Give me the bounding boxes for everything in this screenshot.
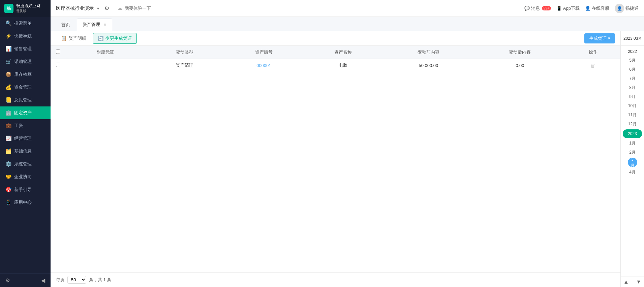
logo-icon: 畅	[4, 4, 13, 13]
sidebar-item-system[interactable]: ⚙️ 系统管理	[0, 158, 51, 170]
month-2022-11[interactable]: 11月	[621, 110, 644, 120]
tab-asset-manage[interactable]: 资产管理 ✕	[77, 19, 112, 31]
sidebar-item-inventory[interactable]: 📦 库存核算	[0, 68, 51, 81]
header-gear-icon[interactable]: ⚙	[104, 5, 109, 11]
row-checkbox-cell	[51, 59, 66, 72]
gear-icon: ⚙️	[5, 161, 11, 167]
period-next-icon[interactable]: ▼	[636, 279, 641, 285]
row-change-type: 资产清理	[145, 59, 224, 72]
experience-section: ☁ 我要体验一下	[117, 5, 151, 11]
row-checkbox[interactable]	[56, 63, 60, 67]
building-icon: 🏢	[5, 110, 11, 116]
col-asset-name: 资产名称	[303, 46, 382, 59]
year-2022: 2022	[621, 47, 644, 56]
sidebar-bottom: ⚙ ◀	[0, 274, 51, 287]
period-header: 2023.03 ✕ ⤢	[621, 31, 644, 46]
month-2022-6[interactable]: 6月	[621, 65, 644, 74]
experience-text: 我要体验一下	[125, 5, 151, 11]
row-before-change: 50,000.00	[383, 59, 474, 72]
sidebar-item-quick-nav[interactable]: ⚡ 快捷导航	[0, 30, 51, 42]
company-dropdown-icon[interactable]: ▾	[97, 6, 99, 11]
message-item[interactable]: 💬 消息 99+	[524, 5, 551, 11]
month-2023-1[interactable]: 1月	[621, 139, 644, 148]
period-close-icon[interactable]: ✕	[638, 36, 642, 41]
tab-bar: 首页 资产管理 ✕	[51, 17, 644, 31]
header-right: 💬 消息 99+ 📱 App下载 👤 在线客服 👤 畅捷通	[524, 4, 639, 13]
tab-close-icon[interactable]: ✕	[103, 23, 106, 27]
month-2023-3-current[interactable]: 3月	[628, 158, 637, 167]
dropdown-arrow-icon: ▾	[608, 36, 610, 41]
sidebar-logo: 畅 畅捷通好业财 普及版	[0, 0, 51, 17]
month-2022-7[interactable]: 7月	[621, 74, 644, 83]
sub-tab-bar: 📋 资产明细 🔄 变更生成凭证 生成凭证 ▾	[51, 31, 620, 46]
sidebar-item-sales[interactable]: 📊 销售管理	[0, 42, 51, 55]
data-table: 对应凭证 变动类型 资产编号 资产名称 变动前内容 变动后内容 操作	[51, 46, 620, 72]
col-asset-code: 资产编号	[224, 46, 303, 59]
row-operation-cell: 🗑	[566, 59, 620, 72]
sidebar-item-guide[interactable]: 🎯 新手引导	[0, 183, 51, 196]
logo-text: 畅捷通好业财 普及版	[16, 3, 40, 13]
month-2022-10[interactable]: 10月	[621, 101, 644, 110]
sidebar-item-ledger[interactable]: 📒 总账管理	[0, 94, 51, 106]
chart-icon: 📊	[5, 46, 11, 52]
sidebar-item-fixed-assets[interactable]: 🏢 固定资产	[0, 106, 51, 119]
main-area: 医疗器械行业演示 ▾ ⚙ ☁ 我要体验一下 💬 消息 99+ 📱 App下载 👤…	[51, 0, 644, 287]
money-icon: 💰	[5, 84, 11, 90]
month-2023-2[interactable]: 2月	[621, 148, 644, 157]
message-icon: 💬	[524, 6, 530, 11]
table-header-row: 对应凭证 变动类型 资产编号 资产名称 变动前内容 变动后内容 操作	[51, 46, 620, 59]
briefcase-icon: 💼	[5, 123, 11, 129]
collapse-icon[interactable]: ◀	[41, 277, 45, 284]
period-prev-icon[interactable]: ▲	[623, 279, 629, 285]
mobile-icon: 📱	[5, 199, 11, 205]
month-2022-8[interactable]: 8月	[621, 83, 644, 92]
month-2022-12[interactable]: 12月	[621, 120, 644, 129]
select-all-checkbox[interactable]	[56, 50, 60, 54]
lightning-icon: ⚡	[5, 33, 11, 39]
col-change-type: 变动类型	[145, 46, 224, 59]
sidebar-item-app-center[interactable]: 📱 应用中心	[0, 196, 51, 209]
cloud-icon: ☁	[117, 5, 123, 11]
table-row: -- 资产清理 000001 电脑 50,000.00 0.00 🗑	[51, 59, 620, 72]
tab-home[interactable]: 首页	[56, 19, 75, 31]
sidebar-item-salary[interactable]: 💼 工资	[0, 119, 51, 132]
trending-icon: 📈	[5, 135, 11, 141]
per-page-select[interactable]: 10 20 50 100	[67, 276, 86, 284]
user-profile-item[interactable]: 👤 畅捷通	[615, 4, 639, 13]
year-2023: 2023	[623, 129, 642, 138]
avatar: 👤	[615, 4, 624, 13]
folder-icon: 🗂️	[5, 148, 11, 154]
row-asset-name: 电脑	[303, 59, 382, 72]
month-2022-5[interactable]: 5月	[621, 56, 644, 65]
target-icon: 🎯	[5, 187, 11, 193]
col-before-change: 变动前内容	[383, 46, 474, 59]
search-icon: 🔍	[5, 20, 11, 26]
total-count: 条，共 1 条	[89, 277, 111, 283]
delete-icon[interactable]: 🗑	[590, 63, 595, 68]
sub-tab-asset-detail[interactable]: 📋 资产明细	[56, 33, 91, 44]
sidebar-item-purchase[interactable]: 🛒 采购管理	[0, 55, 51, 68]
table-area: 对应凭证 变动类型 资产编号 资产名称 变动前内容 变动后内容 操作	[51, 46, 620, 272]
generate-voucher-button[interactable]: 生成凭证 ▾	[584, 33, 615, 43]
service-icon: 👤	[585, 6, 590, 11]
sidebar-item-basic-info[interactable]: 🗂️ 基础信息	[0, 145, 51, 158]
sidebar-item-fund[interactable]: 💰 资金管理	[0, 81, 51, 94]
period-list: 2022 5月 6月 7月 8月 9月 10月 11月 12月 2023 1月 …	[621, 46, 644, 277]
box-icon: 📦	[5, 71, 11, 77]
row-asset-code[interactable]: 000001	[224, 59, 303, 72]
sidebar-nav: 🔍 搜索菜单 ⚡ 快捷导航 📊 销售管理 🛒 采购管理 📦 库存核算 💰 资金管…	[0, 17, 51, 274]
sidebar-item-search[interactable]: 🔍 搜索菜单	[0, 17, 51, 30]
sidebar-item-enterprise[interactable]: 🤝 企业协同	[0, 170, 51, 183]
settings-icon[interactable]: ⚙	[5, 277, 10, 284]
month-2023-4[interactable]: 4月	[621, 168, 644, 177]
change-voucher-icon: 🔄	[98, 36, 103, 41]
sub-tab-change-voucher[interactable]: 🔄 变更生成凭证	[93, 33, 137, 44]
customer-service-item[interactable]: 👤 在线客服	[585, 5, 609, 11]
asset-detail-icon: 📋	[61, 36, 67, 41]
row-voucher: --	[66, 59, 145, 72]
col-voucher: 对应凭证	[66, 46, 145, 59]
sidebar-item-operation[interactable]: 📈 经营管理	[0, 132, 51, 145]
app-download-item[interactable]: 📱 App下载	[556, 5, 580, 11]
period-title: 2023.03	[623, 36, 638, 41]
month-2022-9[interactable]: 9月	[621, 92, 644, 101]
